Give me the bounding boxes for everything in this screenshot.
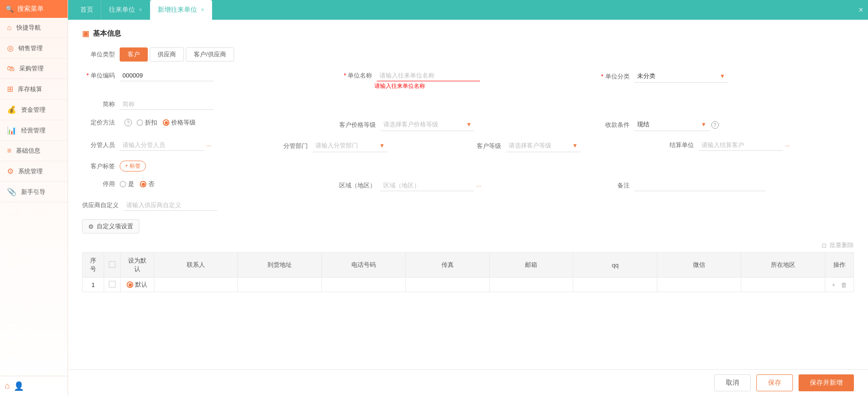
- wechat-input[interactable]: [662, 281, 736, 288]
- custom-settings-button[interactable]: ⚙ 自定义项设置: [82, 219, 139, 233]
- row-default-radio[interactable]: 默认: [125, 280, 149, 289]
- save-new-button[interactable]: 保存并新增: [799, 374, 854, 391]
- row-no: 1: [83, 278, 104, 292]
- pricing-radio-group: 折扣 价格等级: [137, 118, 196, 127]
- disabled-group: 停用 是 否: [82, 180, 339, 188]
- sidebar-item-inventory[interactable]: ⊞ 库存核算: [0, 79, 68, 100]
- select-all-checkbox[interactable]: [109, 261, 115, 268]
- department-arrow-icon: ▼: [379, 142, 385, 149]
- unit-btn-supplier[interactable]: 供应商: [150, 47, 184, 62]
- sidebar-item-new-guide[interactable]: 📎 新手引导: [0, 182, 68, 202]
- department-select[interactable]: 请输入分管部门 ▼: [312, 140, 388, 152]
- tab-partner-close-icon[interactable]: ×: [139, 7, 142, 13]
- row-qq[interactable]: [573, 278, 657, 292]
- short-name-input[interactable]: [120, 99, 213, 110]
- disabled-region-row: 停用 是 否 区域（地区） ··· 备注: [82, 180, 854, 191]
- unit-category-select[interactable]: 未分类 ▼: [634, 70, 728, 83]
- region-input[interactable]: [381, 180, 474, 191]
- email-input[interactable]: [495, 281, 569, 288]
- pricing-row: 定价方法 ? 折扣 价格等级 客户价格等级 请选择客户价格等级: [82, 118, 854, 131]
- col-phone: 电话号码: [322, 253, 406, 278]
- contact-input[interactable]: [159, 281, 233, 288]
- short-name-row: 简称: [82, 99, 854, 110]
- col-default: 设为默认: [121, 253, 154, 278]
- col-checkbox: [104, 253, 121, 278]
- tab-new-partner[interactable]: 新增往来单位 ×: [150, 0, 212, 20]
- row-default: 默认: [121, 278, 154, 292]
- row-email[interactable]: [489, 278, 573, 292]
- row-phone[interactable]: [322, 278, 406, 292]
- note-label: 备注: [597, 181, 634, 190]
- region-more-icon[interactable]: ···: [474, 182, 483, 189]
- note-input[interactable]: [634, 180, 766, 191]
- payment-terms-help-icon[interactable]: ?: [711, 121, 719, 129]
- unit-code-input[interactable]: [120, 70, 213, 81]
- sidebar-item-basic-info[interactable]: ≡ 基础信息: [0, 141, 68, 161]
- row-delete-icon[interactable]: 🗑: [841, 281, 847, 288]
- row-region[interactable]: [741, 278, 825, 292]
- pricing-radio-price-level[interactable]: 价格等级: [163, 118, 196, 127]
- tab-home[interactable]: 首页: [73, 0, 101, 20]
- customer-price-level-label: 客户价格等级: [339, 121, 381, 129]
- row-fax[interactable]: [405, 278, 489, 292]
- sidebar-item-system-mgmt[interactable]: ⚙ 系统管理: [0, 161, 68, 182]
- col-email: 邮箱: [489, 253, 573, 278]
- manager-input[interactable]: [120, 140, 204, 151]
- sidebar-item-operations[interactable]: 📊 经营管理: [0, 120, 68, 141]
- address-input[interactable]: [243, 281, 317, 288]
- qq-input[interactable]: [578, 281, 652, 288]
- add-tag-button[interactable]: + 标签: [120, 161, 146, 171]
- unit-btn-customer[interactable]: 客户: [120, 47, 148, 62]
- unit-name-group: 单位名称 请输入往来单位名称: [339, 70, 596, 90]
- sidebar-user-icon[interactable]: 👤: [14, 381, 24, 391]
- customer-price-level-group: 客户价格等级 请选择客户价格等级 ▼: [339, 118, 596, 131]
- customer-level-label: 客户等级: [468, 142, 506, 150]
- sidebar-item-finance[interactable]: 💰 资金管理: [0, 100, 68, 120]
- settlement-unit-input[interactable]: [699, 140, 783, 151]
- sidebar-item-purchase-mgmt[interactable]: 🛍 采购管理: [0, 59, 68, 79]
- pricing-help-icon[interactable]: ?: [124, 119, 132, 126]
- phone-input[interactable]: [327, 281, 401, 288]
- cancel-button[interactable]: 取消: [714, 374, 751, 391]
- row-region-input[interactable]: [746, 281, 820, 288]
- sidebar: 🔍 搜索菜单 ⌂ 快捷导航 ◎ 销售管理 🛍 采购管理 ⊞ 库存核算 💰 资金管…: [0, 0, 68, 396]
- disabled-radio-no[interactable]: 否: [140, 180, 154, 188]
- manager-row: 分管人员 ··· 分管部门 请输入分管部门 ▼ 客户等级 请选择客户等级 ▼ 结…: [82, 140, 854, 152]
- pricing-radio-discount[interactable]: 折扣: [137, 118, 157, 127]
- fax-input[interactable]: [411, 281, 485, 288]
- unit-name-input[interactable]: [377, 70, 480, 81]
- row-select-checkbox[interactable]: [109, 281, 115, 287]
- unit-btn-both[interactable]: 客户/供应商: [186, 47, 234, 62]
- save-button[interactable]: 保存: [756, 374, 793, 391]
- disabled-radio-group: 是 否: [120, 180, 154, 188]
- customer-level-select[interactable]: 请选择客户等级 ▼: [506, 140, 581, 152]
- search-menu-btn[interactable]: 🔍 搜索菜单: [0, 0, 68, 18]
- payment-terms-group: 收款条件 现结 ▼ ?: [597, 118, 854, 131]
- home-icon: ⌂: [7, 23, 12, 32]
- sidebar-item-quick-nav[interactable]: ⌂ 快捷导航: [0, 18, 68, 38]
- tab-partner[interactable]: 往来单位 ×: [101, 0, 150, 20]
- supplier-custom-row: 供应商自定义: [82, 200, 854, 211]
- row-contact[interactable]: [154, 278, 238, 292]
- sidebar-item-sales-mgmt[interactable]: ◎ 销售管理: [0, 38, 68, 59]
- payment-terms-select[interactable]: 现结 ▼: [634, 118, 709, 131]
- batch-delete-label[interactable]: 批量删除: [830, 241, 854, 249]
- sidebar-item-label: 库存核算: [18, 85, 42, 93]
- settlement-more-icon[interactable]: ···: [783, 142, 792, 149]
- price-level-label: 价格等级: [171, 118, 196, 127]
- row-wechat[interactable]: [657, 278, 741, 292]
- row-add-icon[interactable]: +: [832, 281, 836, 288]
- tabbar-close-icon[interactable]: ×: [858, 5, 863, 15]
- customer-price-level-select[interactable]: 请选择客户价格等级 ▼: [381, 118, 474, 131]
- manager-more-icon[interactable]: ···: [204, 142, 213, 149]
- department-label: 分管部门: [275, 142, 312, 150]
- sidebar-home-icon[interactable]: ⌂: [5, 381, 10, 391]
- row-address[interactable]: [238, 278, 322, 292]
- tab-new-partner-close-icon[interactable]: ×: [201, 7, 204, 13]
- sidebar-item-label: 经营管理: [21, 126, 46, 135]
- supplier-custom-input[interactable]: [123, 200, 217, 211]
- form-content: ▣ 基本信息 单位类型 客户 供应商 客户/供应商 单位编码 单位名称: [68, 20, 868, 396]
- disabled-radio-yes[interactable]: 是: [120, 180, 134, 188]
- discount-label: 折扣: [145, 118, 157, 127]
- unit-type-group: 单位类型 客户 供应商 客户/供应商: [82, 47, 854, 62]
